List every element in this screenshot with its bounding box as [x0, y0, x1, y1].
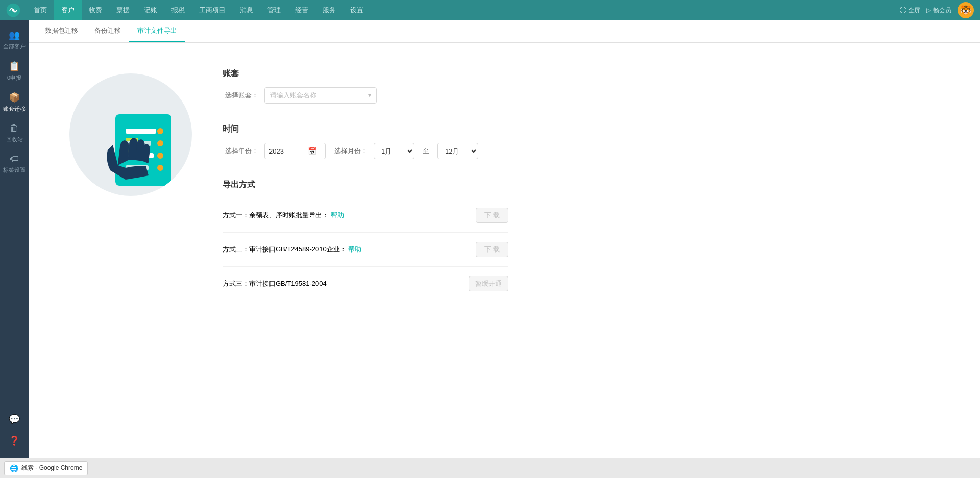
method1-download-button[interactable]: 下 载 [476, 208, 508, 223]
tag-icon: 🏷 [10, 154, 19, 164]
month-start-select[interactable]: 1月2月3月4月 5月6月7月8月 9月10月11月12月 [374, 143, 414, 159]
illustration-circle [69, 73, 192, 196]
sidebar-label-tag: 标签设置 [3, 166, 26, 174]
app-logo [4, 1, 22, 19]
account-select[interactable]: 请输入账套名称 ▾ [264, 87, 377, 104]
method2-text: 方式二：审计接口GB/T24589-2010企业： [223, 245, 347, 253]
nav-service[interactable]: 服务 [315, 0, 343, 20]
sidebar-item-migration[interactable]: 📦 账套迁移 [0, 87, 29, 118]
sidebar-item-help[interactable]: ❓ [0, 430, 29, 451]
account-placeholder: 请输入账套名称 [270, 91, 316, 100]
sidebar-item-tag-settings[interactable]: 🏷 标签设置 [0, 148, 29, 179]
nav-account[interactable]: 记账 [137, 0, 164, 20]
sidebar-item-all-clients[interactable]: 👥 全部客户 [0, 24, 29, 56]
method2-download-button[interactable]: 下 载 [476, 242, 508, 257]
export-method-1-row: 方式一：余额表、序时账批量导出： 帮助 下 载 [223, 198, 508, 233]
sidebar-label-migration: 账套迁移 [3, 105, 26, 113]
method1-text: 方式一：余额表、序时账批量导出： [223, 211, 329, 219]
nav-business[interactable]: 工商项目 [192, 0, 233, 20]
calendar-icon: 📅 [308, 147, 316, 155]
taskbar: 🌐 线索 - Google Chrome [0, 458, 980, 478]
tab-backup-migration[interactable]: 备份迁移 [86, 20, 129, 42]
nav-manage[interactable]: 管理 [260, 0, 288, 20]
method1-help-link[interactable]: 帮助 [331, 211, 344, 219]
export-method-1-label: 方式一：余额表、序时账批量导出： 帮助 [223, 211, 344, 220]
message-icon: 💬 [9, 414, 20, 425]
month-end-select[interactable]: 1月2月3月4月 5月6月7月8月 9月10月11月12月 [437, 143, 478, 159]
fullscreen-button[interactable]: ⛶ 全屏 [900, 6, 920, 15]
year-label: 选择年份： [223, 146, 258, 156]
nav-home[interactable]: 首页 [27, 0, 54, 20]
year-input-wrapper[interactable]: 2023 📅 [264, 143, 326, 159]
svg-point-9 [157, 153, 163, 159]
sidebar-item-message[interactable]: 💬 [0, 409, 29, 430]
page-content: 账套 选择账套： 请输入账套名称 ▾ 时间 选择年份： 2023 📅 [29, 43, 980, 458]
time-row: 选择年份： 2023 📅 选择月份： 1月2月3月4月 5月6月7月8月 9月1… [223, 143, 580, 159]
avatar[interactable]: 🐯 [958, 2, 974, 18]
form-area: 账套 选择账套： 请输入账套名称 ▾ 时间 选择年份： 2023 📅 [223, 63, 580, 300]
time-section-title: 时间 [223, 124, 580, 135]
to-label: 至 [421, 146, 431, 156]
account-label: 选择账套： [223, 91, 258, 100]
top-nav: 首页 客户 收费 票据 记账 报税 工商项目 消息 管理 经营 服务 设置 ⛶ … [0, 0, 980, 20]
taskbar-chrome-item[interactable]: 🌐 线索 - Google Chrome [4, 461, 88, 475]
account-section-title: 账套 [223, 68, 580, 79]
svg-point-10 [157, 165, 163, 171]
export-section-title: 导出方式 [223, 180, 580, 190]
chrome-icon: 🌐 [10, 464, 18, 472]
tab-audit-export[interactable]: 审计文件导出 [129, 20, 185, 42]
declare-icon: 📋 [9, 61, 20, 72]
fullscreen-label: 全屏 [908, 6, 920, 15]
method3-text: 方式三：审计接口GB/T19581-2004 [223, 280, 327, 287]
svg-point-1 [12, 9, 15, 12]
sidebar-item-zero-declare[interactable]: 📋 0申报 [0, 56, 29, 87]
nav-message[interactable]: 消息 [233, 0, 260, 20]
migration-icon: 📦 [9, 92, 20, 103]
svg-rect-3 [126, 129, 156, 134]
export-method-3-label: 方式三：审计接口GB/T19581-2004 [223, 279, 327, 288]
nav-tax[interactable]: 报税 [164, 0, 192, 20]
method3-open-button[interactable]: 暂缓开通 [469, 276, 508, 291]
illustration-svg [80, 79, 182, 191]
member-label: 畅会员 [933, 6, 951, 15]
nav-items: 首页 客户 收费 票据 记账 报税 工商项目 消息 管理 经营 服务 设置 [27, 0, 900, 20]
nav-settings[interactable]: 设置 [343, 0, 371, 20]
svg-point-7 [157, 128, 163, 134]
export-method-2-label: 方式二：审计接口GB/T24589-2010企业： 帮助 [223, 245, 361, 254]
fullscreen-icon: ⛶ [900, 7, 906, 14]
export-method-3-row: 方式三：审计接口GB/T19581-2004 暂缓开通 [223, 267, 508, 300]
sidebar-label-clients: 全部客户 [3, 43, 26, 51]
taskbar-item-label: 线索 - Google Chrome [21, 464, 82, 472]
member-button[interactable]: ▷ 畅会员 [926, 6, 951, 15]
month-label: 选择月份： [332, 146, 368, 156]
recycle-icon: 🗑 [10, 123, 19, 134]
nav-fee[interactable]: 收费 [82, 0, 109, 20]
method2-help-link[interactable]: 帮助 [348, 245, 361, 253]
svg-point-8 [157, 140, 163, 146]
sidebar: 👥 全部客户 📋 0申报 📦 账套迁移 🗑 回收站 🏷 标签设置 💬 ❓ [0, 20, 29, 458]
export-method-2-row: 方式二：审计接口GB/T24589-2010企业： 帮助 下 载 [223, 233, 508, 267]
tab-bar: 数据包迁移 备份迁移 审计文件导出 [29, 20, 980, 43]
sidebar-item-recycle[interactable]: 🗑 回收站 [0, 118, 29, 148]
nav-right: ⛶ 全屏 ▷ 畅会员 🐯 [900, 2, 980, 18]
tab-data-migration[interactable]: 数据包迁移 [37, 20, 86, 42]
main-layout: 👥 全部客户 📋 0申报 📦 账套迁移 🗑 回收站 🏷 标签设置 💬 ❓ [0, 20, 980, 458]
year-input[interactable]: 2023 [269, 147, 305, 155]
illustration-wrapper [69, 63, 192, 196]
sidebar-label-declare: 0申报 [7, 74, 21, 82]
nav-invoice[interactable]: 票据 [109, 0, 137, 20]
nav-operation[interactable]: 经营 [288, 0, 315, 20]
clients-icon: 👥 [9, 30, 20, 41]
nav-client[interactable]: 客户 [54, 0, 82, 20]
dropdown-arrow-icon: ▾ [368, 92, 371, 99]
sidebar-label-recycle: 回收站 [6, 136, 23, 143]
help-icon: ❓ [9, 435, 20, 446]
content-area: 数据包迁移 备份迁移 审计文件导出 [29, 20, 980, 458]
play-icon: ▷ [926, 7, 931, 14]
account-row: 选择账套： 请输入账套名称 ▾ [223, 87, 580, 104]
